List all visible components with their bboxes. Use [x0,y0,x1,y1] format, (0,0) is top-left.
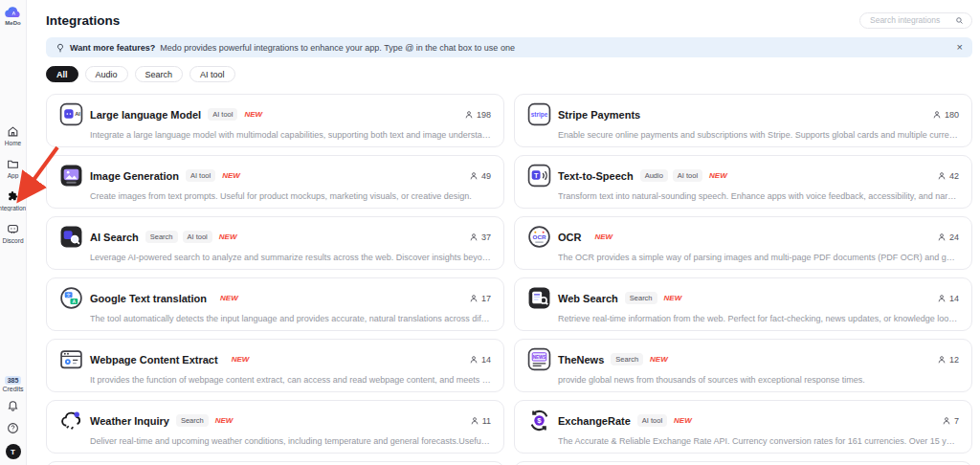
integration-card[interactable]: Webpage Content Extract NEW 14 It provid… [46,339,504,392]
text-to-speech-icon: T [527,164,551,188]
filter-tab-all[interactable]: All [46,66,78,82]
integration-card[interactable]: $ ExchangeRate AI tool NEW 7 The Accurat… [514,400,972,454]
integration-card[interactable]: T Text-to-Speech AudioAI tool NEW 42 Tra… [514,155,972,209]
search-input[interactable] [868,14,951,26]
tag-badge: AI tool [183,231,212,243]
user-count: 17 [469,294,491,303]
card-title: TheNews [558,354,604,365]
new-badge: NEW [222,171,240,180]
integration-card[interactable]: NEWS TheNews Search NEW 12 provide globa… [514,339,972,392]
user-count: 24 [937,232,959,242]
user-count-value: 11 [482,416,491,426]
card-title: AI Search [90,232,139,243]
user-count: 180 [932,110,959,120]
users-icon [937,294,947,303]
card-description: The OCR provides a simple way of parsing… [558,253,959,262]
integration-card[interactable]: AI Large language Model AI tool NEW 198 … [46,94,504,147]
svg-text:OCR: OCR [533,233,546,240]
user-count: 49 [469,171,491,181]
users-icon [464,110,474,120]
user-count-value: 12 [949,355,959,365]
credits: 385 Credits [2,376,23,392]
tag-badge: AI tool [673,169,702,182]
new-badge: NEW [709,171,727,180]
main-content: Integrations Want more features? Medo pr… [27,0,980,465]
user-count-value: 42 [949,171,959,181]
card-title: OCR [558,232,581,243]
svg-text:$: $ [537,416,542,425]
sidebar-item-integrations[interactable]: Integrations [0,190,26,211]
integration-card[interactable]: 文A Google Text translation NEW 17 The to… [46,277,504,331]
translate-icon: 文A [59,286,83,310]
integration-card[interactable]: OCR OCR NEW 24 The OCR provides a simple… [514,216,972,270]
card-title: Large language Model [90,109,201,121]
filter-tabs: AllAudioSearchAI tool [46,66,972,82]
sidebar-item-app[interactable]: App [0,158,26,179]
users-icon [937,355,947,365]
sidebar-nav: Home App Integrations Discord [0,125,26,244]
stripe-icon: stripe [527,102,551,126]
card-tags: AudioAI tool [640,169,702,182]
integration-card-partial [514,461,972,465]
filter-tab-search[interactable]: Search [135,66,184,82]
new-badge: NEW [232,355,250,364]
tag-badge: AI tool [186,169,215,182]
new-badge: NEW [664,294,682,302]
svg-text:stripe: stripe [531,111,548,119]
search-box[interactable] [859,12,972,29]
integrations-icon [7,190,19,203]
integration-card[interactable]: Image Generation AI tool NEW 49 Create i… [46,155,504,209]
user-count-value: 7 [954,416,959,426]
users-icon [937,232,947,242]
app-logo: MeDo [4,6,23,26]
sidebar-item-discord[interactable]: Discord [0,223,26,244]
ai-search-icon [59,225,83,249]
card-tags: Search [625,292,657,304]
svg-text:T: T [534,171,539,180]
card-tags: AI tool [186,169,215,182]
discord-icon [7,223,19,235]
user-count: 42 [937,171,959,181]
sidebar-item-home[interactable]: Home [0,125,26,146]
card-description: provide global news from thousands of so… [558,375,959,385]
webpage-extract-icon [59,347,83,371]
card-title: Image Generation [90,170,179,182]
filter-tab-audio[interactable]: Audio [85,66,128,82]
notifications-bell-icon[interactable] [7,398,19,415]
svg-text:A: A [73,299,77,304]
filter-tab-ai-tool[interactable]: AI tool [189,66,235,82]
user-count-value: 14 [949,294,959,303]
user-avatar[interactable]: T [6,444,21,459]
user-count-value: 14 [481,355,491,365]
integration-card[interactable]: stripe Stripe Payments 180 Enable secure… [514,94,972,147]
image-generation-icon [59,164,83,188]
card-tags: SearchAI tool [145,231,212,243]
user-count: 12 [937,355,959,365]
user-count: 14 [937,294,959,303]
integration-card[interactable]: Web Search Search NEW 14 Retrieve real-t… [514,277,972,331]
svg-text:AI: AI [75,111,80,117]
integration-card[interactable]: Weather Inquiry Search NEW 11 Deliver re… [46,400,504,454]
sidebar: MeDo Home App Integrations Discord 385 C… [0,0,27,465]
user-count-value: 180 [945,110,959,120]
card-description: Create images from text prompts. Useful … [90,191,491,201]
weather-icon [59,409,83,432]
ocr-icon: OCR [527,225,551,249]
banner-close-icon[interactable]: × [957,42,963,53]
new-badge: NEW [650,355,668,364]
user-count: 37 [469,232,491,242]
card-tags: Search [611,353,643,365]
new-badge: NEW [215,416,234,425]
help-icon[interactable] [7,421,19,438]
card-tags: AI tool [208,108,237,121]
lightbulb-icon [56,43,65,53]
tag-badge: Search [145,231,178,243]
tag-badge: Search [176,414,209,427]
users-icon [469,355,479,365]
users-icon [932,110,942,120]
banner-text: Medo provides powerful integrations to e… [160,43,515,53]
tag-badge: Search [611,353,643,365]
svg-text:NEWS: NEWS [533,355,546,360]
integration-card[interactable]: AI Search SearchAI tool NEW 37 Leverage … [46,216,504,270]
home-icon [7,125,19,138]
